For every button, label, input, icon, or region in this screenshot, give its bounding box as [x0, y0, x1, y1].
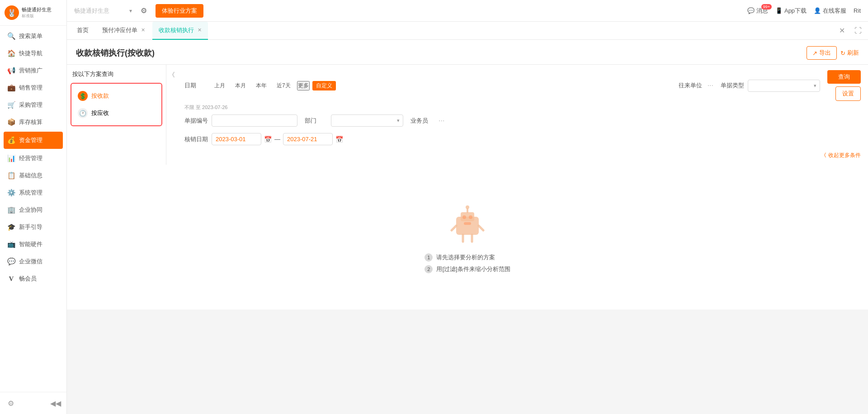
filter-sidebar: 按以下方案查询 💲 按收款 🕐 按应收: [67, 65, 166, 165]
filter-type-by-receipt[interactable]: 💲 按收款: [73, 87, 160, 105]
sidebar-item-sales[interactable]: 💼 销售管理: [0, 79, 66, 96]
sidebar-item-guide[interactable]: 🎓 新手引导: [0, 219, 66, 236]
tab-home[interactable]: 首页: [71, 22, 95, 40]
bill-type-label: 单据类型: [721, 81, 744, 90]
date-dash: —: [274, 136, 280, 143]
basic-icon: 📋: [7, 171, 15, 180]
date-btn-last-month[interactable]: 上月: [211, 81, 229, 90]
topbar-gear-icon[interactable]: ⚙: [137, 5, 150, 17]
sidebar-item-operation[interactable]: 📊 经营管理: [0, 150, 66, 167]
topbar-app-download[interactable]: 📱 App下载: [775, 7, 807, 15]
sidebar-item-member[interactable]: V 畅会员: [0, 270, 66, 287]
refresh-label: 刷新: [847, 49, 859, 57]
tab-prepay-label: 预付冲应付单: [102, 26, 137, 34]
date-btn-custom[interactable]: 自定义: [312, 81, 336, 90]
tab-collection[interactable]: 收款核销执行 ✕: [152, 22, 208, 40]
sidebar-item-enterprise[interactable]: 🏢 企业协同: [0, 201, 66, 219]
guide-icon: 🎓: [7, 223, 15, 231]
verify-date-cal-end-icon[interactable]: 📅: [335, 136, 343, 143]
sidebar-item-hardware[interactable]: 📺 智能硬件: [0, 236, 66, 253]
sidebar-label-guide: 新手引导: [19, 223, 42, 231]
topbar-user[interactable]: Rit: [854, 7, 861, 14]
settings-button[interactable]: 设置: [835, 86, 861, 101]
verify-date-end[interactable]: [283, 133, 333, 145]
date-btn-this-year[interactable]: 本年: [252, 81, 270, 90]
brand-chevron-icon: ▾: [129, 8, 132, 14]
date-btn-this-month[interactable]: 本月: [231, 81, 250, 90]
empty-state: 1 请先选择要分析的方案 2 用[过滤]条件来缩小分析范围: [67, 165, 868, 309]
tabbar-expand-icon[interactable]: ⛶: [852, 24, 864, 37]
tip2-num: 2: [425, 265, 433, 273]
solution-button[interactable]: 体验行业方案: [156, 4, 203, 18]
sidebar-item-basic[interactable]: 📋 基础信息: [0, 167, 66, 184]
query-button[interactable]: 查询: [827, 70, 861, 84]
export-icon: ↗: [812, 50, 817, 57]
wechat-icon: 💬: [7, 257, 15, 266]
tab-collection-close-icon[interactable]: ✕: [198, 27, 202, 33]
topbar-message[interactable]: 💬 消息 99+: [747, 7, 768, 15]
verify-date-start[interactable]: [212, 133, 261, 145]
export-label: 导出: [819, 49, 831, 57]
member-icon: V: [7, 275, 15, 283]
system-icon: ⚙️: [7, 189, 15, 197]
sidebar-item-system[interactable]: ⚙️ 系统管理: [0, 184, 66, 201]
logo-icon: 🐰: [5, 5, 19, 20]
settings-bottom-icon[interactable]: ⚙: [4, 396, 18, 410]
sidebar-item-wechat[interactable]: 💬 企业微信: [0, 253, 66, 270]
collapse-more[interactable]: 《 收起更多条件: [184, 152, 861, 159]
date-btn-last7[interactable]: 近7天: [273, 81, 294, 90]
sidebar-item-purchase[interactable]: 🛒 采购管理: [0, 96, 66, 114]
dept-label: 部门: [305, 117, 327, 125]
user-label: Rit: [854, 7, 861, 14]
date-unlimited-text: 不限 至 2023-07-26: [184, 105, 227, 110]
sidebar-item-inventory[interactable]: 📦 库存核算: [0, 114, 66, 131]
filter-collapse-icon[interactable]: 《: [169, 71, 175, 79]
sidebar-item-finance[interactable]: 💰 资金管理: [4, 132, 63, 149]
sidebar-label-enterprise: 企业协同: [19, 206, 42, 214]
sidebar-item-search[interactable]: 🔍 搜索菜单: [0, 28, 66, 45]
bill-type-select[interactable]: [748, 80, 820, 92]
topbar-service[interactable]: 👤 在线客服: [814, 7, 846, 15]
filter-collapse: 《: [166, 65, 177, 165]
filter-date-field: 日期 上月 本月 本年 近7天 更多 自定义: [184, 81, 336, 90]
sidebar-label-member: 畅会员: [19, 275, 37, 283]
sidebar-label-search: 搜索菜单: [19, 32, 42, 40]
dept-select-wrap: [331, 114, 403, 127]
message-icon: 💬: [747, 7, 755, 14]
tab-prepay[interactable]: 预付冲应付单 ✕: [96, 22, 151, 40]
filter-partner-field: 往来单位 ···: [679, 81, 713, 90]
sales-icon: 💼: [7, 84, 15, 92]
receivable-type-label: 按应收: [91, 109, 109, 117]
empty-tip-1: 1 请先选择要分析的方案: [425, 253, 510, 262]
sidebar-label-marketing: 营销推广: [19, 67, 42, 75]
tabbar-close-all-icon[interactable]: ✕: [835, 24, 848, 37]
brand-input[interactable]: [74, 7, 124, 14]
logo-line1: 畅捷通好生意: [22, 6, 52, 13]
enterprise-icon: 🏢: [7, 206, 15, 214]
sidebar-logo: 🐰 畅捷通好生意 标准版: [0, 0, 66, 26]
service-icon: 👤: [814, 7, 821, 14]
dept-select[interactable]: [331, 114, 403, 127]
bill-no-input[interactable]: [212, 114, 297, 127]
sidebar-label-sales: 销售管理: [19, 84, 42, 92]
collapse-label: 收起更多条件: [828, 152, 861, 159]
inventory-icon: 📦: [7, 118, 15, 126]
refresh-button[interactable]: ↻ 刷新: [840, 49, 859, 57]
collapse-sidebar-icon[interactable]: ◀◀: [48, 396, 63, 410]
sidebar-item-marketing[interactable]: 📢 营销推广: [0, 62, 66, 79]
sidebar-nav: 🔍 搜索菜单 🏠 快捷导航 📢 营销推广 💼 销售管理 🛒 采购管理 📦 库存核…: [0, 26, 66, 392]
logo-text: 畅捷通好生意 标准版: [22, 6, 52, 19]
staff-dots-icon: ···: [439, 117, 444, 125]
sidebar-label-finance: 资金管理: [19, 136, 42, 144]
tab-prepay-close-icon[interactable]: ✕: [141, 27, 145, 33]
date-unlimited-hint: 不限 至 2023-07-26: [184, 104, 861, 111]
tabbar-right: ✕ ⛶: [835, 24, 864, 37]
date-btn-more[interactable]: 更多: [297, 81, 310, 90]
verify-date-cal-start-icon[interactable]: 📅: [264, 136, 272, 143]
tip1-num: 1: [425, 253, 433, 262]
export-button[interactable]: ↗ 导出: [807, 46, 837, 60]
filter-type-by-receivable[interactable]: 🕐 按应收: [73, 105, 160, 122]
sidebar-label-wechat: 企业微信: [19, 257, 42, 266]
empty-tips: 1 请先选择要分析的方案 2 用[过滤]条件来缩小分析范围: [425, 253, 510, 273]
sidebar-item-quick[interactable]: 🏠 快捷导航: [0, 45, 66, 62]
